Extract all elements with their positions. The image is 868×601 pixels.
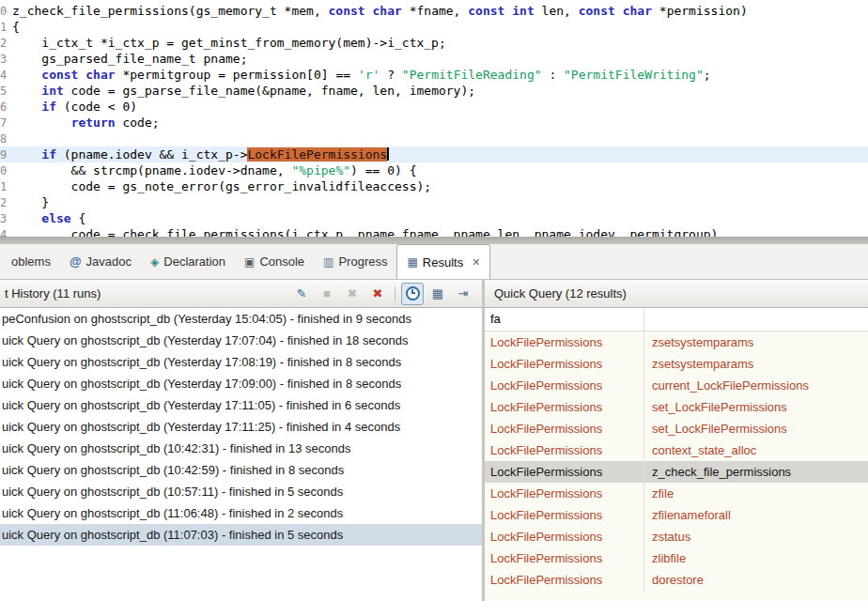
code-line[interactable]: 1{ [0,19,868,35]
clock-glyph [406,286,420,300]
results-view-icon[interactable]: ▦ [426,283,449,305]
code-editor-lines: 0z_check_file_permissions(gs_memory_t *m… [0,3,868,237]
code-line[interactable]: 3 gs_parsed_file_name_t pname; [0,51,868,67]
result-cell-location: set_LockFilePermissions [644,396,868,418]
history-run-item[interactable]: uick Query on ghostscript_db (Yesterday … [0,373,482,394]
code-text: "%pipe%" [291,163,350,177]
tab-progress[interactable]: ▥ Progress [314,244,396,279]
result-cell-location: zsetsystemparams [644,331,868,353]
code-line[interactable]: 4 const char *permitgroup = permission[0… [0,67,868,83]
result-cell-element: LockFilePermissions [485,418,644,439]
code-line[interactable]: 7 return code; [0,115,868,131]
result-cell-location: context_state_alloc [644,439,868,461]
code-line[interactable]: 2 } [0,194,868,210]
tab-problems[interactable]: oblems [2,244,60,279]
code-text: const [329,4,365,18]
query-history-panel: t History (11 runs) ✎■✖✖▦⇥ peConfusion o… [0,280,482,601]
line-number: 2 [0,195,12,211]
line-number: 6 [0,100,12,116]
code-text [12,211,41,225]
code-text: char [623,4,652,18]
result-row[interactable]: LockFilePermissionsz_check_file_permissi… [485,461,868,483]
close-icon[interactable]: ✕ [472,256,480,269]
filter-row [485,308,868,331]
result-row[interactable]: LockFilePermissionsdorestore [485,569,868,591]
results-table: LockFilePermissionszsetsystemparamsLockF… [485,308,868,601]
tab-declaration[interactable]: ◈ Declaration [141,244,235,279]
result-row[interactable]: LockFilePermissionszfile [485,483,868,504]
line-number: 9 [0,147,12,163]
history-run-item[interactable]: uick Query on ghostscript_db (Yesterday … [0,416,482,438]
code-text: : [542,68,564,82]
code-text: (code < 0) [56,100,137,114]
code-text: code; [116,116,160,130]
line-number: 0 [0,4,12,20]
history-clock-icon[interactable] [401,283,424,305]
code-line[interactable]: 5 int code = gs_parse_file_name(&pname, … [0,83,868,99]
history-run-item[interactable]: uick Query on ghostscript_db (Yesterday … [0,394,482,416]
code-text [12,100,41,114]
code-text: code = gs_parse_file_name(&pname, fname,… [64,84,475,98]
tab-console[interactable]: ▣ Console [235,244,314,279]
code-text: code = check_file_permissions(i_ctx_p, p… [12,227,718,237]
results-table-icon: ▦ [407,255,417,269]
tab-javadoc[interactable]: @ Javadoc [60,244,141,279]
result-cell-element: LockFilePermissions [485,439,644,461]
remove-all-runs-icon[interactable]: ✖ [366,283,389,305]
result-row[interactable]: LockFilePermissionscurrent_LockFilePermi… [485,375,868,396]
code-text: ? [380,68,401,82]
code-line[interactable]: 9 if (pname.iodev && i_ctx_p->LockFilePe… [0,146,868,162]
history-run-item[interactable]: peConfusion on ghostscript_db (Yesterday… [0,308,482,330]
filter-input[interactable] [490,308,631,329]
code-line[interactable]: 0z_check_file_permissions(gs_memory_t *m… [0,3,868,19]
result-row[interactable]: LockFilePermissionszfilenameforall [485,504,868,526]
result-row[interactable]: LockFilePermissionszlibfile [485,547,868,569]
history-run-item[interactable]: uick Query on ghostscript_db (10:57:11) … [0,481,482,502]
code-line[interactable]: 3 else { [0,210,868,226]
remove-run-icon[interactable]: ✖ [341,283,364,305]
code-line[interactable]: 4 code = check_file_permissions(i_ctx_p,… [0,226,868,237]
result-row[interactable]: LockFilePermissionszstatus [485,526,868,547]
code-line[interactable]: 2 i_ctx_t *i_ctx_p = get_minst_from_memo… [0,35,868,51]
code-text: "PermitFileReading" [402,68,542,82]
line-number: 1 [0,179,12,195]
history-run-item[interactable]: uick Query on ghostscript_db (Yesterday … [0,351,482,373]
result-row[interactable]: LockFilePermissionsset_LockFilePermissio… [485,396,868,418]
code-line[interactable]: 0 && strcmp(pname.iodev->dname, "%pipe%"… [0,162,868,178]
jump-to-latest-icon[interactable]: ⇥ [452,283,474,305]
result-row[interactable]: LockFilePermissionscontext_state_alloc [485,439,868,461]
code-editor: 0z_check_file_permissions(gs_memory_t *m… [0,0,868,237]
quick-query-panel: Quick Query (12 results) LockFilePermiss… [485,280,868,601]
tab-results[interactable]: ▦ Results ✕ [396,244,490,279]
result-cell-location: zstatus [644,526,868,547]
code-text: *permitgroup = permission[0] == [116,68,358,82]
result-row[interactable]: LockFilePermissionszsetsystemparams [485,353,868,375]
occurrence-highlight: LockFilePermissions [247,147,387,162]
result-row[interactable]: LockFilePermissionsset_LockFilePermissio… [485,418,868,439]
edit-query-icon[interactable]: ✎ [290,283,313,305]
code-text: if [41,147,56,162]
stop-run-icon[interactable]: ■ [316,283,338,305]
result-cell-element: LockFilePermissions [485,461,644,483]
history-run-item[interactable]: uick Query on ghostscript_db (10:42:59) … [0,459,482,481]
history-run-item[interactable]: uick Query on ghostscript_db (10:42:31) … [0,438,482,459]
history-run-item[interactable]: uick Query on ghostscript_db (11:07:03) … [0,524,482,546]
result-row[interactable]: LockFilePermissionszsetsystemparams [485,331,868,353]
result-cell-location: zfilenameforall [644,504,868,526]
code-line[interactable]: 6 if (code < 0) [0,99,868,115]
history-run-item[interactable]: uick Query on ghostscript_db (11:06:48) … [0,502,482,524]
code-line[interactable]: 1 code = gs_note_error(gs_error_invalidf… [0,178,868,194]
history-run-item[interactable]: uick Query on ghostscript_db (Yesterday … [0,330,482,351]
result-cell-location: zlibfile [644,547,868,569]
code-text [12,68,41,82]
code-text: *permission) [652,4,748,18]
code-line[interactable]: 8 [0,131,868,146]
horizontal-sash[interactable] [0,237,868,244]
code-text: int [512,4,534,18]
history-panel-title: t History (11 runs) [4,286,101,300]
result-cell-element: LockFilePermissions [485,504,644,526]
text-caret [387,147,389,161]
console-icon: ▣ [244,255,255,269]
eclipse-window: 0z_check_file_permissions(gs_memory_t *m… [0,0,868,601]
declaration-icon: ◈ [150,255,159,269]
